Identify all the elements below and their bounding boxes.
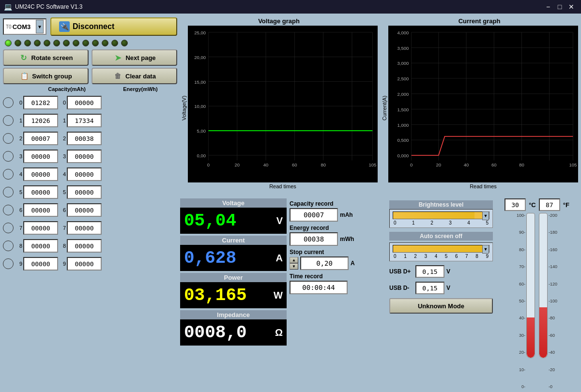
auto-screen-slider-bar[interactable]: ▼ — [393, 245, 489, 253]
clear-data-button[interactable]: 🗑 Clear data — [92, 68, 177, 84]
cap-input-7[interactable] — [23, 221, 58, 235]
energy-input-0[interactable] — [67, 96, 102, 109]
fahrenheit-input[interactable] — [539, 198, 560, 211]
capacity-record-row: mAh — [290, 208, 386, 222]
row-eidx-8: 8 — [59, 243, 66, 249]
current-display: 0,628 A — [180, 245, 287, 271]
disconnect-button[interactable]: 🔌 Disconnect — [50, 17, 177, 36]
energy-input-7[interactable] — [67, 221, 102, 235]
row-idx-9: 9 — [15, 261, 22, 267]
cap-input-4[interactable] — [23, 167, 58, 181]
current-graph-title: Current graph — [381, 16, 578, 26]
energy-input-3[interactable] — [67, 150, 102, 163]
cap-input-0[interactable] — [23, 96, 58, 109]
row-led-4 — [3, 169, 14, 180]
cap-input-8[interactable] — [23, 239, 58, 253]
voltage-display: 05,04 V — [180, 208, 287, 234]
energy-input-5[interactable] — [67, 185, 102, 199]
svg-text:40: 40 — [464, 162, 469, 167]
maximize-button[interactable]: □ — [554, 2, 566, 12]
titlebar: 💻 UM24C PC Software V1.3 − □ ✕ — [0, 0, 581, 14]
svg-text:20,00: 20,00 — [194, 55, 206, 60]
current-graph-area: Current(A) — [381, 26, 578, 196]
energy-input-9[interactable] — [67, 257, 102, 271]
cap-input-1[interactable] — [23, 114, 58, 127]
brightness-block: Brightness level ▼ 012345 — [389, 200, 493, 228]
fahrenheit-ticks: -200-180-160-140-120-100-80-60-40-20-0 — [549, 213, 562, 389]
svg-text:2,000: 2,000 — [398, 91, 409, 97]
table-row: 2 2 — [3, 130, 177, 147]
stop-current-input[interactable] — [300, 256, 349, 270]
next-page-button[interactable]: ➤ Next page — [92, 49, 177, 66]
cap-input-9[interactable] — [23, 257, 58, 271]
impedance-block: Impedance 0008,0 Ω — [180, 310, 287, 346]
voltage-label: Voltage — [180, 198, 287, 208]
app-icon: 💻 — [4, 3, 12, 11]
energy-input-2[interactable] — [67, 132, 102, 145]
brightness-slider-container: ▼ 012345 — [389, 209, 493, 228]
com-port-select[interactable]: T0 COM3 ▼ — [3, 18, 46, 35]
brightness-slider-bar[interactable]: ▼ — [393, 211, 489, 219]
svg-text:15,00: 15,00 — [194, 79, 206, 85]
energy-record-unit: mWh — [340, 236, 354, 242]
auto-screen-label: Auto screen off — [389, 232, 493, 241]
energy-input-6[interactable] — [67, 203, 102, 217]
spin-up[interactable]: ▲ — [290, 257, 298, 263]
usb-panel: Brightness level ▼ 012345 Auto — [389, 198, 493, 389]
celsius-input[interactable] — [505, 198, 526, 211]
unknown-mode-button[interactable]: Unknown Mode — [389, 298, 493, 314]
svg-text:1,500: 1,500 — [398, 107, 409, 112]
svg-text:0: 0 — [410, 162, 413, 167]
table-row: 8 8 — [3, 237, 177, 255]
power-block: Power 03,165 W — [180, 273, 287, 308]
stop-current-block: Stop current ▲ ▼ A — [290, 249, 386, 270]
row-eidx-7: 7 — [59, 225, 66, 231]
cap-input-5[interactable] — [23, 185, 58, 199]
svg-text:60: 60 — [491, 162, 497, 167]
capacity-record-input[interactable] — [290, 208, 338, 222]
cap-input-2[interactable] — [23, 132, 58, 145]
row-led-9 — [3, 258, 14, 269]
usb-dplus-row: USB D+ V — [389, 265, 493, 278]
clear-icon: 🗑 — [113, 71, 122, 81]
led-4 — [44, 40, 50, 46]
usb-dplus-unit: V — [446, 268, 450, 275]
row-idx-7: 7 — [15, 225, 22, 231]
voltage-svg: 25,00 20,00 15,00 10,00 5,00 0,00 0 20 4… — [188, 26, 378, 182]
cap-input-3[interactable] — [23, 150, 58, 163]
usb-dplus-label: USB D+ — [389, 268, 413, 275]
stop-current-label: Stop current — [290, 249, 386, 256]
energy-input-8[interactable] — [67, 239, 102, 253]
usb-dplus-input[interactable] — [415, 265, 444, 278]
data-rows: 0 0 1 1 2 2 3 3 4 4 5 5 6 6 — [3, 94, 177, 272]
energy-record-input[interactable] — [290, 232, 338, 246]
stop-current-row: ▲ ▼ A — [290, 256, 386, 270]
rotate-row: ↻ Rotate screen ➤ Next page — [3, 49, 177, 66]
time-record-input[interactable] — [290, 281, 348, 294]
svg-text:3,000: 3,000 — [398, 60, 409, 66]
energy-input-1[interactable] — [67, 114, 102, 127]
row-idx-1: 1 — [15, 118, 22, 123]
svg-text:5,00: 5,00 — [197, 128, 206, 134]
cap-input-6[interactable] — [23, 203, 58, 217]
svg-text:1,000: 1,000 — [398, 122, 409, 128]
row-idx-4: 4 — [15, 171, 22, 177]
impedance-unit: Ω — [275, 327, 283, 338]
table-row: 3 3 — [3, 148, 177, 165]
usb-dminus-input[interactable] — [415, 282, 444, 294]
energy-input-4[interactable] — [67, 167, 102, 181]
minimize-button[interactable]: − — [542, 2, 554, 12]
switch-icon: 📋 — [19, 71, 29, 81]
fahrenheit-scale: -200-180-160-140-120-100-80-60-40-20-0 — [539, 213, 562, 389]
rotate-screen-button[interactable]: ↻ Rotate screen — [3, 49, 89, 66]
time-record-label: Time record — [290, 273, 386, 280]
switch-group-button[interactable]: 📋 Switch group — [3, 68, 89, 84]
com-dropdown-arrow[interactable]: ▼ — [36, 20, 44, 33]
spin-down[interactable]: ▼ — [290, 263, 298, 270]
power-unit: W — [274, 290, 283, 301]
data-table-header: Capacity(mAh) Energy(mWh) — [16, 86, 177, 92]
row-led-6 — [3, 205, 14, 215]
impedance-label: Impedance — [180, 310, 287, 319]
led-12 — [121, 40, 128, 46]
close-button[interactable]: ✕ — [566, 2, 577, 12]
